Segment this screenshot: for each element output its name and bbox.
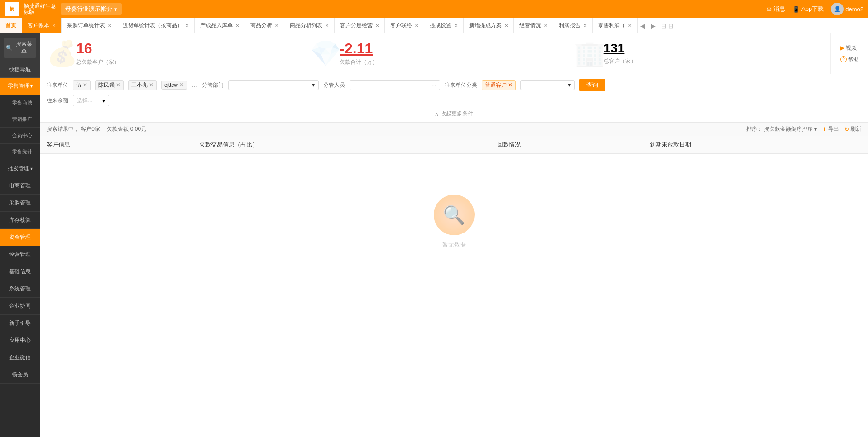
stat-value-owed-customers: 16 bbox=[76, 41, 120, 56]
filter-tag-unit3[interactable]: 王小亮 ✕ bbox=[128, 80, 157, 90]
sidebar-item-ecommerce[interactable]: 电商管理 bbox=[0, 177, 40, 195]
tab-close-customer-tier[interactable]: ✕ bbox=[375, 23, 379, 28]
user-avatar[interactable]: 👤 demo2 bbox=[831, 3, 863, 15]
results-actions: 排序： 按欠款金额倒序排序 ▾ ⬆ 导出 ↻ 刷新 bbox=[746, 125, 861, 133]
filter-tag-unit4[interactable]: cjttcw ✕ bbox=[161, 81, 187, 90]
app-download-button[interactable]: 📱 App下载 bbox=[792, 5, 824, 13]
tab-profit-report[interactable]: 利润报告 ✕ bbox=[553, 18, 593, 33]
app-logo-icon: 畅 bbox=[5, 2, 19, 16]
filter-tag-unit1[interactable]: 伍 ✕ bbox=[73, 80, 91, 90]
sidebar-item-enterprise[interactable]: 企业协同 bbox=[0, 298, 40, 315]
sidebar-item-wechat[interactable]: 企业微信 bbox=[0, 349, 40, 366]
video-link[interactable]: ▶ 视频 bbox=[840, 44, 859, 52]
tab-business-status[interactable]: 经营情况 ✕ bbox=[514, 18, 553, 33]
sidebar-item-retail[interactable]: 零售管理 ▾ bbox=[0, 78, 40, 95]
filter-dept-select[interactable]: ▾ bbox=[228, 80, 319, 90]
sidebar-item-member[interactable]: 会员中心 bbox=[0, 128, 40, 144]
tab-close-customer-book[interactable]: ✕ bbox=[52, 23, 56, 28]
tab-purchase-stat[interactable]: 进货单统计表（按商品） ✕ bbox=[117, 18, 195, 33]
sidebar-item-retail-mall[interactable]: 零售商城 bbox=[0, 95, 40, 111]
sidebar-item-member2[interactable]: 畅会员 bbox=[0, 366, 40, 384]
refresh-button[interactable]: ↻ 刷新 bbox=[844, 125, 861, 133]
tab-customer-book[interactable]: 客户账本 ✕ bbox=[22, 18, 62, 33]
account-dropdown[interactable]: 母婴行业演示帐套 ▾ bbox=[61, 3, 122, 15]
tab-close-promotion-setting[interactable]: ✕ bbox=[454, 23, 458, 28]
col-customer-info: 客户信息 bbox=[40, 136, 192, 154]
tab-scroll-right[interactable]: ▶ bbox=[648, 18, 658, 33]
filter-balance-select[interactable]: 选择... ▾ bbox=[73, 95, 109, 106]
query-button[interactable]: 查询 bbox=[579, 79, 605, 91]
filter-classify-select[interactable]: ▾ bbox=[520, 80, 575, 90]
sidebar-item-inventory[interactable]: 库存核算 bbox=[0, 212, 40, 229]
sidebar-item-app-center[interactable]: 应用中心 bbox=[0, 332, 40, 349]
sidebar-item-marketing[interactable]: 营销推广 bbox=[0, 111, 40, 128]
stat-total-customers: 🏢 131 总客户（家） bbox=[567, 33, 831, 74]
results-bar: 搜索结果中， 客户0家 欠款金额 0.00元 排序： 按欠款金额倒序排序 ▾ ⬆… bbox=[40, 123, 868, 136]
help-link[interactable]: ? 帮助 bbox=[840, 56, 859, 63]
filter-unit-more-button[interactable]: ... bbox=[192, 81, 197, 89]
tab-close-product-analysis-list[interactable]: ✕ bbox=[325, 23, 329, 28]
tab-product-analysis-list[interactable]: 商品分析列表 ✕ bbox=[284, 18, 335, 33]
table-area: 客户信息 欠款交易信息（占比） 回款情况 到期未放款日期 🔍 暂无数据 bbox=[40, 136, 868, 437]
tab-maximize-icon[interactable]: ⊞ bbox=[668, 22, 674, 29]
empty-state-cell: 🔍 暂无数据 bbox=[40, 154, 868, 290]
tab-purchase-order[interactable]: 采购订单统计表 ✕ bbox=[62, 18, 117, 33]
stat-label-total-customers: 总客户（家） bbox=[604, 57, 636, 65]
tab-retail-profit[interactable]: 零售利润（ ✕ bbox=[593, 18, 638, 33]
sort-button[interactable]: 排序： 按欠款金额倒序排序 ▾ bbox=[746, 125, 817, 133]
collapse-filters-button[interactable]: ∧ 收起更多条件 bbox=[47, 110, 861, 118]
tab-new-promotion[interactable]: 新增提成方案 ✕ bbox=[464, 18, 514, 33]
tab-close-product-inbound[interactable]: ✕ bbox=[235, 23, 239, 28]
col-repayment: 回款情况 bbox=[490, 136, 643, 154]
tab-close-profit-report[interactable]: ✕ bbox=[583, 23, 587, 28]
tab-close-new-promotion[interactable]: ✕ bbox=[504, 23, 508, 28]
tab-product-inbound[interactable]: 产成品入库单 ✕ bbox=[195, 18, 245, 33]
sidebar: 🔍 搜索菜单 快捷导航 零售管理 ▾ 零售商城 营销推广 会员中心 零售统计 bbox=[0, 33, 40, 437]
tab-customer-tier[interactable]: 客户分层经营 ✕ bbox=[335, 18, 385, 33]
col-due-date: 到期未放款日期 bbox=[643, 136, 868, 154]
sidebar-quick-nav[interactable]: 快捷导航 bbox=[0, 62, 40, 78]
tab-close-purchase-stat[interactable]: ✕ bbox=[185, 23, 189, 28]
filter-tag-unit1-remove[interactable]: ✕ bbox=[83, 82, 87, 88]
filter-tag-unit3-remove[interactable]: ✕ bbox=[149, 82, 153, 88]
tab-close-customer-contact[interactable]: ✕ bbox=[415, 23, 418, 28]
sidebar-item-finance[interactable]: 资金管理 bbox=[0, 229, 40, 246]
sidebar-search-button[interactable]: 🔍 搜索菜单 bbox=[4, 38, 36, 58]
filter-tag-unit2[interactable]: 陈民强 ✕ bbox=[95, 80, 124, 90]
stat-total-owed-amount: 💎 -2.11 欠款合计（万） bbox=[303, 33, 567, 74]
tab-window-controls[interactable]: ⊟ ⊞ bbox=[658, 18, 676, 33]
tab-promotion-setting[interactable]: 提成设置 ✕ bbox=[424, 18, 464, 33]
tab-close-business-status[interactable]: ✕ bbox=[544, 23, 547, 28]
tab-minimize-icon[interactable]: ⊟ bbox=[661, 22, 667, 29]
filter-bar: 往来单位 伍 ✕ 陈民强 ✕ 王小亮 ✕ cjttcw ✕ bbox=[40, 74, 868, 123]
message-button[interactable]: ✉ 消息 bbox=[767, 5, 785, 13]
tab-close-product-analysis[interactable]: ✕ bbox=[275, 23, 278, 28]
tab-close-purchase-order[interactable]: ✕ bbox=[108, 23, 111, 28]
stat-value-total-customers: 131 bbox=[604, 42, 636, 55]
tab-scroll-left[interactable]: ◀ bbox=[638, 18, 648, 33]
sidebar-item-operation[interactable]: 经营管理 bbox=[0, 246, 40, 263]
stat-total-owed-customers: 💰 16 总欠款客户（家） bbox=[40, 33, 303, 74]
export-button[interactable]: ⬆ 导出 bbox=[822, 125, 839, 133]
tab-home[interactable]: 首页 bbox=[0, 18, 22, 33]
app-logo-text: 畅捷通好生意 标版 bbox=[24, 3, 56, 16]
sidebar-item-retail-stat[interactable]: 零售统计 bbox=[0, 144, 40, 160]
stats-bar: 💰 16 总欠款客户（家） 💎 -2.11 欠款合计（万） 🏢 131 bbox=[40, 33, 868, 74]
filter-tag-unit4-remove[interactable]: ✕ bbox=[179, 82, 184, 88]
sidebar-item-purchase[interactable]: 采购管理 bbox=[0, 195, 40, 212]
stat-label-owed-customers: 总欠款客户（家） bbox=[76, 58, 120, 66]
avatar-image: 👤 bbox=[831, 3, 844, 15]
filter-classify-tag[interactable]: 普通客户 ✕ bbox=[482, 80, 516, 90]
filter-tag-unit2-remove[interactable]: ✕ bbox=[116, 82, 120, 88]
filter-person-select[interactable]: ··· bbox=[350, 80, 440, 90]
results-info: 搜索结果中， 客户0家 欠款金额 0.00元 bbox=[47, 125, 146, 133]
sidebar-item-basic[interactable]: 基础信息 bbox=[0, 263, 40, 280]
tab-close-retail-profit[interactable]: ✕ bbox=[628, 23, 632, 28]
sidebar-item-guide[interactable]: 新手引导 bbox=[0, 315, 40, 332]
filter-classify-tag-remove[interactable]: ✕ bbox=[508, 82, 513, 88]
tab-product-analysis[interactable]: 商品分析 ✕ bbox=[245, 18, 284, 33]
filter-unit-label: 往来单位 bbox=[47, 81, 68, 89]
tab-customer-contact[interactable]: 客户联络 ✕ bbox=[385, 18, 424, 33]
sidebar-item-batch[interactable]: 批发管理 ▾ bbox=[0, 160, 40, 177]
sidebar-item-system[interactable]: 系统管理 bbox=[0, 280, 40, 298]
